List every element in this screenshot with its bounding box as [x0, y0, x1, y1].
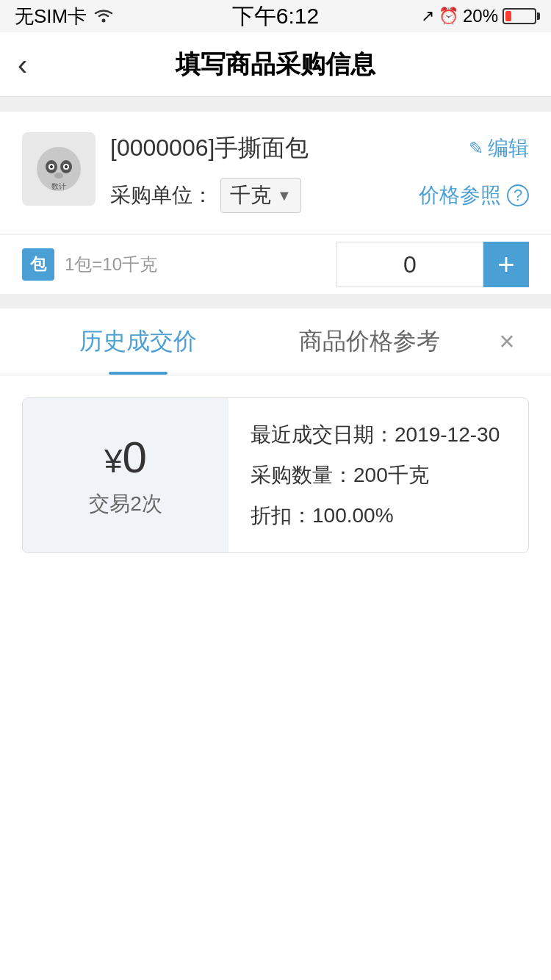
quantity-label-group: 包 1包=10千克 — [22, 248, 157, 281]
price-details: 最近成交日期：2019-12-30 采购数量：200千克 折扣：100.00% — [228, 398, 528, 552]
tab-price-ref-label: 商品价格参考 — [299, 325, 440, 358]
price-summary: ¥0 交易2次 — [23, 398, 228, 552]
product-unit-row: 采购单位： 千克 ▼ 价格参照 ? — [110, 178, 529, 213]
price-card: ¥0 交易2次 最近成交日期：2019-12-30 采购数量：200千克 折扣：… — [22, 397, 529, 553]
help-icon: ? — [507, 184, 529, 206]
status-left: 无SIM卡 — [15, 4, 115, 29]
page-title: 填写商品采购信息 — [176, 48, 375, 82]
edit-button[interactable]: ✎ 编辑 — [469, 134, 529, 162]
wifi-icon — [93, 5, 115, 28]
purchase-qty-value: 200千克 — [353, 464, 429, 486]
product-title: [0000006]手撕面包 — [110, 132, 309, 165]
edit-label: 编辑 — [488, 134, 529, 162]
back-button[interactable]: ‹ — [18, 50, 27, 79]
product-section: 数计 [0000006]手撕面包 ✎ 编辑 采购单位： 千克 ▼ — [0, 112, 551, 234]
purchase-qty-row: 采购数量：200千克 — [251, 461, 506, 489]
unit-value: 千克 — [230, 181, 271, 209]
battery-icon — [503, 8, 536, 24]
svg-point-8 — [54, 173, 63, 179]
status-bar: 无SIM卡 下午6:12 ↗ ⏰ 20% — [0, 0, 551, 32]
recent-date-value: 2019-12-30 — [395, 423, 500, 446]
unit-label: 采购单位： — [110, 181, 213, 209]
dropdown-arrow-icon: ▼ — [277, 187, 292, 204]
tab-history-label: 历史成交价 — [79, 325, 197, 358]
product-info: [0000006]手撕面包 ✎ 编辑 采购单位： 千克 ▼ 价格参照 — [110, 132, 529, 213]
svg-text:数计: 数计 — [51, 182, 66, 190]
history-price-content: ¥0 交易2次 最近成交日期：2019-12-30 采购数量：200千克 折扣：… — [0, 375, 551, 575]
svg-point-7 — [65, 165, 68, 168]
bottom-area — [0, 575, 551, 980]
alarm-icon: ⏰ — [439, 7, 458, 26]
tab-active-indicator — [109, 372, 168, 375]
owl-logo: 数计 — [33, 143, 84, 195]
tab-close-button[interactable]: × — [485, 309, 529, 375]
quantity-section: 包 1包=10千克 + — [0, 235, 551, 294]
conversion-info: 1包=10千克 — [65, 253, 157, 276]
quantity-input-group: + — [336, 242, 529, 287]
package-icon: 包 — [22, 248, 54, 281]
tab-history-price[interactable]: 历史成交价 — [22, 309, 253, 375]
edit-icon: ✎ — [469, 138, 483, 159]
battery-percent: 20% — [463, 6, 498, 26]
svg-point-6 — [50, 165, 53, 168]
recent-date-row: 最近成交日期：2019-12-30 — [251, 420, 506, 449]
product-thumbnail: 数计 — [22, 132, 96, 206]
transaction-count: 交易2次 — [89, 490, 162, 518]
status-time: 下午6:12 — [232, 1, 319, 32]
carrier-text: 无SIM卡 — [15, 4, 87, 29]
amount-value: 0 — [123, 433, 147, 482]
location-icon: ↗ — [421, 7, 434, 26]
status-right: ↗ ⏰ 20% — [421, 6, 536, 26]
product-header: 数计 [0000006]手撕面包 ✎ 编辑 采购单位： 千克 ▼ — [22, 132, 529, 213]
quantity-input[interactable] — [336, 242, 483, 287]
discount-row: 折扣：100.00% — [251, 501, 506, 530]
help-text: ? — [514, 186, 522, 205]
tabs-section: 历史成交价 商品价格参考 × ¥0 交易2次 最近成交日期：2019-12-30… — [0, 309, 551, 575]
discount-value: 100.00% — [312, 504, 394, 527]
tab-product-price-ref[interactable]: 商品价格参考 — [253, 309, 485, 375]
discount-label: 折扣： — [251, 504, 312, 527]
purchase-qty-label: 采购数量： — [251, 464, 353, 486]
svg-point-0 — [102, 18, 106, 22]
recent-date-label: 最近成交日期： — [251, 423, 395, 446]
product-title-row: [0000006]手撕面包 ✎ 编辑 — [110, 132, 529, 165]
price-reference-button[interactable]: 价格参照 ? — [419, 181, 529, 209]
quantity-plus-button[interactable]: + — [483, 242, 529, 287]
price-value: ¥0 — [104, 432, 147, 483]
price-ref-label: 价格参照 — [419, 181, 501, 209]
nav-bar: ‹ 填写商品采购信息 — [0, 32, 551, 97]
currency-symbol: ¥ — [104, 443, 122, 479]
unit-selector[interactable]: 千克 ▼ — [220, 178, 301, 213]
tabs-header: 历史成交价 商品价格参考 × — [0, 309, 551, 375]
